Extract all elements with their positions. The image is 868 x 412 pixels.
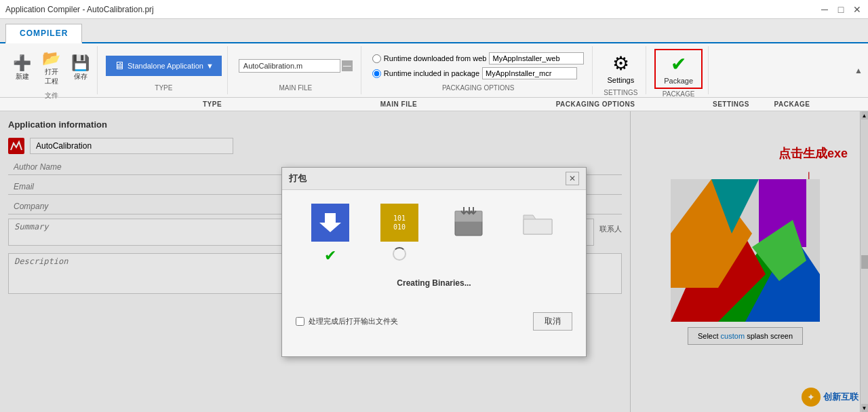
close-button[interactable]: ✕ [852,4,863,15]
new-button[interactable]: ➕ 新建 [8,52,36,85]
toolbar-package-group: ✔ Package PACKAGE [649,46,709,94]
open-folder-checkbox[interactable] [296,317,304,326]
title-bar: Application Compiler - AutoCalibration.p… [0,0,868,19]
toolbar-mainfile-group: — MAIN FILE [231,46,361,94]
dialog-body: ✔ 101 010 [282,190,586,312]
toolbar-scroll-right[interactable]: ▲ [854,46,863,94]
open-button[interactable]: 📂 打开 工程 [37,48,65,90]
svg-rect-12 [524,219,552,234]
step-2: 101 010 [372,204,427,261]
toolbar: ➕ 新建 📂 打开 工程 💾 保存 文件 🖥 Standalone Applic… [0,43,868,98]
save-button[interactable]: 💾 保存 [66,52,94,85]
runtime-options: Runtime downloaded from web Runtime incl… [372,52,585,79]
dropdown-arrow-icon: ▼ [206,62,214,70]
svg-marker-9 [319,213,341,232]
step-1: ✔ [303,204,357,265]
mainfile-section-label: MAIN FILE [239,83,353,92]
type-icon: 🖥 [114,60,125,72]
runtime-pkg-input[interactable] [482,67,577,79]
type-standalone-button[interactable]: 🖥 Standalone Application ▼ [106,56,222,76]
main-content: Application information 联系人 点击生成exe [0,111,868,412]
packaging-section-label: PACKAGING OPTIONS [372,83,585,92]
folder-icon [519,204,557,242]
package-button[interactable]: ✔ Package [654,49,703,89]
runtime-web-radio[interactable] [372,54,381,63]
cancel-button[interactable]: 取消 [533,312,572,331]
tab-compiler[interactable]: COMPILER [5,24,82,43]
open-folder-label: 处理完成后打开输出文件夹 [309,316,398,326]
type-label: TYPE [121,100,304,108]
toolbar-settings-group: ⚙ Settings SETTINGS [595,46,646,94]
gear-icon: ⚙ [612,52,629,75]
open-folder-checkbox-row: 处理完成后打开输出文件夹 [296,316,398,326]
progress-steps: ✔ 101 010 [296,204,572,265]
dialog-title: 打包 [289,172,307,185]
dialog-close-button[interactable]: ✕ [566,172,579,185]
packaging-dialog: 打包 ✕ ✔ [281,167,587,357]
mainfile-label: MAIN FILE [304,100,494,108]
file-section-label: 文件 [8,90,94,100]
type-section-label: TYPE [106,83,222,92]
toolbar-file-group: ➕ 新建 📂 打开 工程 💾 保存 文件 [5,46,98,94]
svg-rect-10 [455,221,482,236]
packaging-label: PACKAGING OPTIONS [494,100,697,108]
settings-section-label: SETTINGS [601,88,640,96]
dialog-footer: 处理完成后打开输出文件夹 取消 [282,312,586,341]
restore-button[interactable]: □ [835,4,846,15]
tab-bar: COMPILER [0,19,868,43]
creating-text: Creating Binaries... [296,278,572,288]
checkmark-icon: ✔ [671,53,686,75]
runtime-web-input[interactable] [489,52,584,64]
step1-status: ✔ [324,247,336,265]
step-3 [441,204,496,247]
main-file-remove-button[interactable]: — [342,60,353,71]
toolbar-type-group: 🖥 Standalone Application ▼ TYPE [100,46,228,94]
package-section-label: PACKAGE [654,89,703,98]
step2-spinner [393,247,406,261]
window-title: Application Compiler - AutoCalibration.p… [5,5,154,14]
runtime-pkg-radio[interactable] [372,69,381,78]
main-file-input[interactable] [239,59,340,73]
dialog-overlay: 打包 ✕ ✔ [0,111,868,412]
download-icon [311,204,349,242]
package-label: PACKAGE [765,100,819,108]
new-icon: ➕ [13,56,31,71]
step-4 [511,204,565,247]
section-labels-bar: TYPE MAIN FILE PACKAGING OPTIONS SETTING… [0,98,868,111]
title-bar-controls: ─ □ ✕ [819,4,863,15]
minimize-button[interactable]: ─ [819,4,830,15]
package-icon [450,204,488,242]
settings-label: SETTINGS [697,100,765,108]
toolbar-packaging-group: Runtime downloaded from web Runtime incl… [364,46,593,94]
dialog-title-bar: 打包 ✕ [282,168,586,190]
save-icon: 💾 [71,56,90,71]
binary-icon: 101 010 [380,204,418,242]
folder-open-icon: 📂 [42,51,60,66]
settings-button[interactable]: ⚙ Settings [601,49,640,88]
